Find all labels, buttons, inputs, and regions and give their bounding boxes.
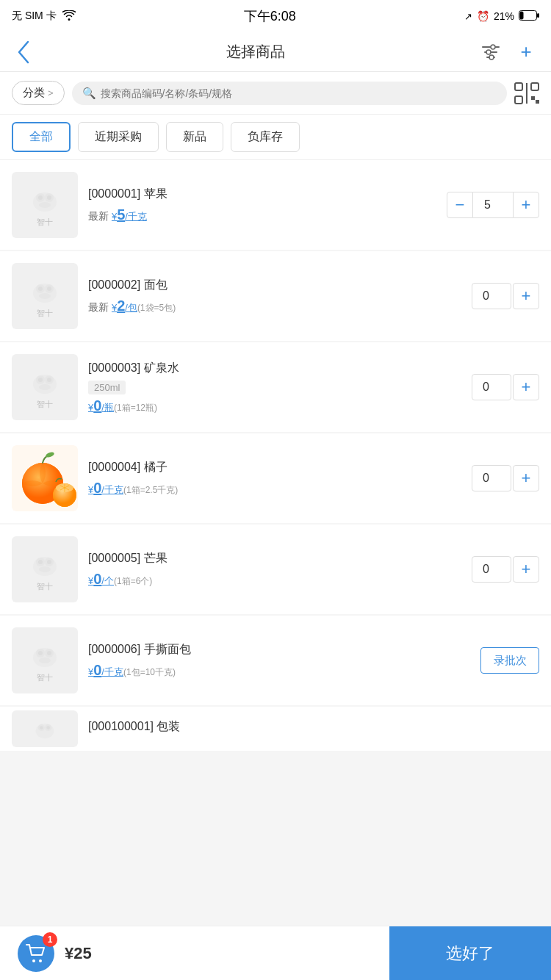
quantity-input[interactable]	[472, 556, 511, 583]
svg-point-58	[40, 726, 43, 729]
svg-point-48	[39, 566, 51, 572]
svg-point-30	[38, 378, 43, 382]
svg-point-6	[491, 45, 495, 49]
svg-point-18	[38, 195, 43, 200]
svg-point-32	[39, 384, 51, 390]
svg-point-19	[47, 195, 51, 200]
quantity-decrease-button[interactable]: −	[447, 192, 473, 218]
quantity-increase-button[interactable]: +	[513, 192, 539, 218]
product-image-0000006: 智十	[12, 627, 78, 693]
search-input[interactable]	[101, 87, 497, 99]
product-name: [0000003] 矿泉水	[88, 361, 461, 376]
filter-row: 分类 > 🔍	[0, 72, 551, 115]
list-item: [000100001] 包装	[0, 707, 551, 751]
quantity-input[interactable]	[473, 192, 513, 218]
product-image-0000004	[12, 445, 78, 511]
bottom-bar: 1 ¥25 选好了	[0, 926, 551, 980]
svg-point-59	[46, 726, 50, 729]
svg-rect-9	[515, 83, 522, 90]
svg-point-20	[39, 202, 51, 208]
quantity-increase-button[interactable]: +	[513, 283, 539, 309]
svg-rect-14	[536, 100, 539, 104]
svg-rect-11	[515, 96, 522, 104]
page-title: 选择商品	[226, 42, 285, 62]
add-button[interactable]: +	[516, 42, 536, 62]
svg-point-55	[36, 724, 54, 738]
nav-actions: +	[480, 42, 536, 62]
product-info-0000003: [0000003] 矿泉水 250ml ¥0/瓶(1箱=12瓶)	[88, 361, 461, 414]
confirm-button[interactable]: 选好了	[389, 926, 551, 981]
category-button[interactable]: 分类 >	[12, 81, 65, 105]
wifi-icon	[62, 10, 76, 23]
svg-rect-1	[520, 11, 524, 19]
product-price: ¥0/千克(1箱=2.5千克)	[88, 480, 461, 497]
status-time: 下午6:08	[244, 7, 296, 25]
search-icon: 🔍	[82, 87, 96, 100]
list-item: 智十 [0000001] 苹果 最新 ¥5/千克 − +	[0, 160, 551, 250]
product-list: 智十 [0000001] 苹果 最新 ¥5/千克 − +	[0, 160, 551, 751]
svg-rect-10	[531, 83, 539, 90]
search-box[interactable]: 🔍	[72, 82, 507, 105]
batch-button[interactable]: 录批次	[480, 647, 539, 674]
battery-text: 21%	[494, 10, 514, 22]
scan-button[interactable]	[514, 82, 539, 104]
product-price: ¥0/千克(1包=10千克)	[88, 662, 470, 679]
status-bar: 无 SIM 卡 下午6:08 ↗ ⏰ 21%	[0, 0, 551, 32]
product-info-0000002: [0000002] 面包 最新 ¥2/包(1袋=5包)	[88, 278, 461, 314]
quantity-increase-button[interactable]: +	[513, 465, 539, 491]
quantity-increase-button[interactable]: +	[513, 556, 539, 583]
product-price: ¥0/个(1箱=6个)	[88, 571, 461, 588]
svg-point-47	[47, 560, 51, 564]
svg-point-8	[489, 55, 494, 60]
quantity-input[interactable]	[472, 465, 511, 491]
list-item: 智十 [0000003] 矿泉水 250ml ¥0/瓶(1箱=12瓶) +	[0, 342, 551, 432]
product-image-0000002: 智十	[12, 263, 78, 329]
location-icon: ↗	[464, 11, 472, 22]
status-left: 无 SIM 卡	[12, 10, 76, 23]
quantity-control-0000001: − +	[447, 192, 539, 218]
product-info-000100001: [000100001] 包装	[88, 719, 539, 739]
quantity-input[interactable]	[472, 374, 511, 400]
product-price: 最新 ¥5/千克	[88, 206, 436, 223]
product-info-0000005: [0000005] 芒果 ¥0/个(1箱=6个)	[88, 551, 461, 588]
svg-point-52	[38, 651, 43, 655]
carrier-text: 无 SIM 卡	[12, 10, 57, 23]
product-name: [0000005] 芒果	[88, 551, 461, 566]
product-info-0000006: [0000006] 手撕面包 ¥0/千克(1包=10千克)	[88, 642, 470, 679]
category-arrow: >	[48, 87, 54, 98]
svg-point-61	[39, 959, 42, 962]
product-name: [0000002] 面包	[88, 278, 461, 293]
cart-icon-button[interactable]: 1	[18, 935, 54, 972]
quantity-control-0000004: +	[472, 465, 539, 491]
tab-recent[interactable]: 近期采购	[78, 122, 159, 152]
alarm-icon: ⏰	[477, 10, 489, 22]
product-spec: 250ml	[88, 381, 126, 394]
back-button[interactable]	[15, 39, 31, 65]
product-name: [0000004] 橘子	[88, 460, 461, 475]
svg-point-25	[47, 287, 51, 291]
product-info-0000004: [0000004] 橘子 ¥0/千克(1箱=2.5千克)	[88, 460, 461, 497]
tab-all[interactable]: 全部	[12, 122, 71, 152]
list-item: 智十 [0000005] 芒果 ¥0/个(1箱=6个) +	[0, 525, 551, 614]
svg-point-7	[486, 50, 491, 54]
product-name: [000100001] 包装	[88, 719, 539, 735]
quantity-increase-button[interactable]: +	[513, 374, 539, 400]
product-price: 最新 ¥2/包(1袋=5包)	[88, 298, 461, 314]
list-item: [0000004] 橘子 ¥0/千克(1箱=2.5千克) +	[0, 433, 551, 523]
tab-new[interactable]: 新品	[166, 122, 223, 152]
battery-icon	[519, 10, 539, 23]
svg-point-54	[39, 657, 51, 663]
svg-point-24	[38, 287, 43, 291]
product-name: [0000001] 苹果	[88, 187, 436, 202]
category-label: 分类	[23, 86, 45, 100]
filter-icon[interactable]	[480, 42, 501, 62]
quantity-input[interactable]	[472, 283, 511, 309]
product-name: [0000006] 手撕面包	[88, 642, 470, 657]
nav-bar: 选择商品 +	[0, 32, 551, 72]
status-right: ↗ ⏰ 21%	[464, 10, 539, 23]
tabs-row: 全部 近期采购 新品 负库存	[0, 115, 551, 160]
product-image-0000001: 智十	[12, 172, 78, 238]
svg-point-60	[32, 959, 35, 962]
list-item: 智十 [0000002] 面包 最新 ¥2/包(1袋=5包) +	[0, 251, 551, 341]
tab-negative[interactable]: 负库存	[231, 122, 300, 152]
